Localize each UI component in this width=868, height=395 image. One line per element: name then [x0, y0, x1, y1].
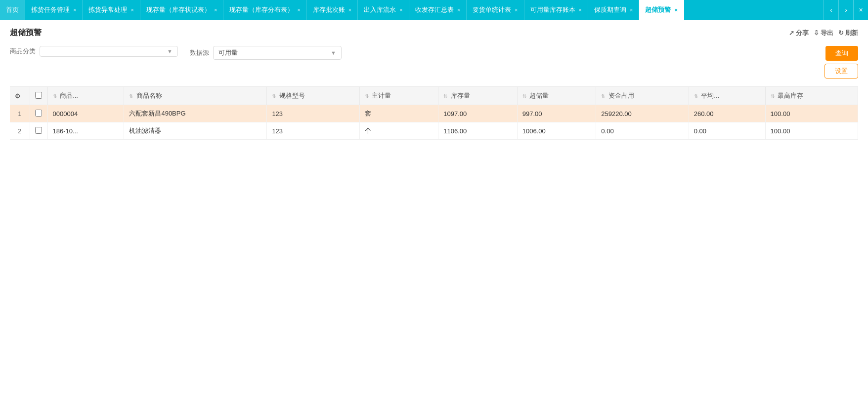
row-num: 2 — [10, 122, 30, 140]
overstock: 1006.00 — [517, 122, 596, 140]
page-content: 超储预警 ➚ 分享 ⇩ 导出 ↻ 刷新 商品分类 — [0, 20, 868, 148]
nav-order-stats[interactable]: 要货单统计表 × — [467, 0, 524, 20]
th-overstock[interactable]: ⇅ 超储量 — [517, 87, 596, 105]
close-icon[interactable]: × — [348, 7, 351, 13]
chevron-down-icon: ▼ — [331, 50, 336, 56]
nav-home[interactable]: 首页 — [0, 0, 25, 20]
row-checkbox[interactable] — [35, 127, 42, 134]
close-icon[interactable]: × — [457, 7, 460, 13]
max-stock: 100.00 — [765, 105, 858, 122]
close-icon[interactable]: × — [579, 7, 582, 13]
row-checkbox-cell — [30, 105, 47, 122]
close-icon[interactable]: × — [674, 7, 677, 13]
nav-pick-exception[interactable]: 拣货异常处理 × — [83, 0, 140, 20]
capital: 0.00 — [596, 122, 689, 140]
overstock-table: ⚙ ⇅ 商品... ⇅ 商品名称 ⇅ 规格型号 ⇅ — [10, 86, 858, 140]
nav-pick-task[interactable]: 拣货任务管理 × — [25, 0, 83, 20]
table-row: 1 0000004 六配套新昌490BPG 123 套 1097.00 997.… — [10, 105, 858, 122]
th-capital[interactable]: ⇅ 资金占用 — [596, 87, 689, 105]
th-max-stock[interactable]: ⇅ 最高库存 — [765, 87, 858, 105]
spec: 123 — [267, 122, 359, 140]
share-icon: ➚ — [789, 29, 794, 37]
close-icon[interactable]: × — [630, 7, 633, 13]
refresh-link[interactable]: ↻ 刷新 — [838, 29, 858, 38]
page-title: 超储预警 — [10, 28, 42, 38]
product-code: 0000004 — [47, 105, 124, 122]
category-filter: 商品分类 ▼ — [10, 46, 178, 57]
nav-in-out-flow[interactable]: 出入库流水 × — [358, 0, 409, 20]
row-checkbox[interactable] — [35, 110, 42, 117]
category-select[interactable]: ▼ — [40, 46, 178, 57]
nav-stock-batch[interactable]: 库存批次账 × — [307, 0, 358, 20]
sort-icon: ⇅ — [272, 93, 276, 99]
nav-collect-summary[interactable]: 收发存汇总表 × — [409, 0, 467, 20]
nav-shelf-life[interactable]: 保质期查询 × — [588, 0, 639, 20]
product-code: 186-10... — [47, 122, 124, 140]
nav-available-book[interactable]: 可用量库存账本 × — [524, 0, 588, 20]
close-icon[interactable]: × — [297, 7, 300, 13]
select-all-checkbox[interactable] — [35, 92, 42, 99]
spec: 123 — [267, 105, 359, 122]
sort-icon: ⇅ — [694, 93, 698, 99]
sort-icon: ⇅ — [771, 93, 775, 99]
th-settings[interactable]: ⚙ — [10, 87, 30, 105]
avg: 0.00 — [689, 122, 765, 140]
category-label: 商品分类 — [10, 47, 36, 56]
share-link[interactable]: ➚ 分享 — [789, 29, 809, 38]
query-button[interactable]: 查询 — [825, 46, 858, 61]
filter-row: 商品分类 ▼ 数据源 可用量 ▼ — [10, 46, 817, 60]
close-icon[interactable]: × — [130, 7, 133, 13]
nav-close-arrow[interactable]: × — [853, 0, 868, 20]
sort-icon: ⇅ — [522, 93, 526, 99]
th-stock[interactable]: ⇅ 库存量 — [438, 87, 518, 105]
nav-arrows: ‹ › × — [824, 0, 868, 20]
product-name: 机油滤清器 — [124, 122, 267, 140]
sort-icon: ⇅ — [129, 93, 133, 99]
product-name: 六配套新昌490BPG — [124, 105, 267, 122]
close-icon[interactable]: × — [515, 7, 518, 13]
page-title-bar: 超储预警 ➚ 分享 ⇩ 导出 ↻ 刷新 — [10, 28, 858, 38]
sort-icon: ⇅ — [601, 93, 605, 99]
chevron-down-icon: ▼ — [167, 48, 173, 54]
page-actions: ➚ 分享 ⇩ 导出 ↻ 刷新 — [789, 29, 858, 38]
row-checkbox-cell — [30, 122, 47, 140]
top-navigation: 首页 拣货任务管理 × 拣货异常处理 × 现存量（库存状况表） × 现存量（库存… — [0, 0, 868, 20]
datasource-label: 数据源 — [190, 48, 209, 57]
close-icon[interactable]: × — [73, 7, 76, 13]
set-button[interactable]: 设置 — [825, 64, 858, 79]
close-icon[interactable]: × — [399, 7, 402, 13]
nav-next-arrow[interactable]: › — [838, 0, 853, 20]
nav-stock-dist[interactable]: 现存量（库存分布表） × — [223, 0, 306, 20]
nav-stock-status[interactable]: 现存量（库存状况表） × — [140, 0, 223, 20]
th-product-code[interactable]: ⇅ 商品... — [47, 87, 124, 105]
sort-icon: ⇅ — [53, 93, 57, 99]
close-icon[interactable]: × — [214, 7, 217, 13]
capital: 259220.00 — [596, 105, 689, 122]
datasource-filter: 数据源 可用量 ▼ — [190, 46, 342, 60]
datasource-select[interactable]: 可用量 ▼ — [213, 46, 342, 60]
datasource-select-value: 可用量 — [218, 48, 238, 57]
sort-icon: ⇅ — [443, 93, 447, 99]
export-link[interactable]: ⇩ 导出 — [814, 29, 833, 38]
nav-prev-arrow[interactable]: ‹ — [824, 0, 838, 20]
table-row: 2 186-10... 机油滤清器 123 个 1106.00 1006.00 … — [10, 122, 858, 140]
sort-icon: ⇅ — [365, 93, 369, 99]
max-stock: 100.00 — [765, 122, 858, 140]
th-checkbox[interactable] — [30, 87, 47, 105]
th-unit[interactable]: ⇅ 主计量 — [359, 87, 438, 105]
stock: 1097.00 — [438, 105, 518, 122]
refresh-icon: ↻ — [838, 29, 844, 37]
unit: 个 — [359, 122, 438, 140]
th-avg[interactable]: ⇅ 平均... — [689, 87, 765, 105]
stock: 1106.00 — [438, 122, 518, 140]
th-spec[interactable]: ⇅ 规格型号 — [267, 87, 359, 105]
nav-overstock-warning[interactable]: 超储预警 × — [639, 0, 684, 20]
settings-icon[interactable]: ⚙ — [15, 92, 21, 100]
avg: 260.00 — [689, 105, 765, 122]
unit: 套 — [359, 105, 438, 122]
filter-action-buttons: 查询 设置 — [825, 46, 858, 79]
export-icon: ⇩ — [814, 29, 819, 37]
row-num: 1 — [10, 105, 30, 122]
overstock: 997.00 — [517, 105, 596, 122]
th-product-name[interactable]: ⇅ 商品名称 — [124, 87, 267, 105]
